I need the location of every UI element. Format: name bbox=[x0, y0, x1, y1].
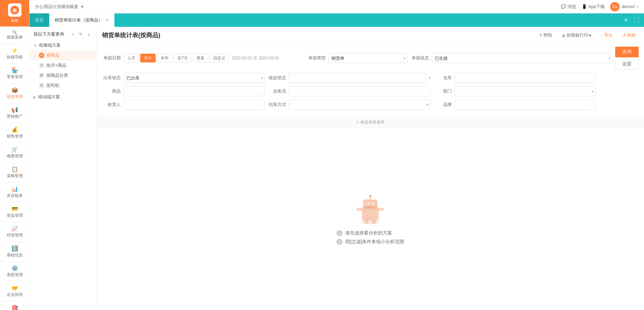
search-menu-item[interactable]: 🔍 搜索菜单 bbox=[0, 27, 29, 44]
mobile-scheme-group: ▶ 移动端方案 bbox=[30, 92, 96, 102]
sidebar-item-ecommerce[interactable]: 🛒 电商管理 bbox=[0, 143, 29, 163]
sidebar-item-basic[interactable]: ℹ️ 基础信息 bbox=[0, 242, 29, 262]
sidebar-item-inventory[interactable]: 📊 库存核算 bbox=[0, 183, 29, 202]
receiver-filter-label: 收货人 bbox=[102, 102, 121, 108]
ecommerce-label: 电商管理 bbox=[7, 153, 23, 159]
product-more-icon: ... bbox=[258, 89, 262, 94]
empty-state: 1 请先选择要分析的方案 2 用[过滤]条件来缩小分析范围 bbox=[97, 127, 644, 310]
sidebar-item-newbie[interactable]: 🎯 新手引导 bbox=[0, 301, 29, 310]
basic-icon: ℹ️ bbox=[11, 245, 18, 252]
by-cabinet-icon: 司 bbox=[39, 83, 44, 88]
collapse-panel-btn[interactable]: « bbox=[86, 31, 92, 38]
department-select[interactable] bbox=[454, 86, 596, 96]
workspace-selector[interactable]: 办公用品行业模拟账套 ▾ bbox=[35, 4, 84, 10]
sidebar-item-quick-nav[interactable]: ⚡ 快捷导航 bbox=[0, 44, 29, 64]
user-dropdown-icon: ▾ bbox=[637, 5, 639, 8]
sidebar-item-finance[interactable]: 💳 资金管理 bbox=[0, 202, 29, 222]
svg-rect-12 bbox=[372, 219, 376, 224]
scheme-item-by-cabinet[interactable]: 司 按司机 bbox=[30, 81, 96, 91]
sidebar-item-purchase[interactable]: 📋 采购管理 bbox=[0, 163, 29, 183]
salesperson-filter-item: 业务员 ... bbox=[267, 86, 430, 96]
quick-nav-icon: ⚡ bbox=[11, 47, 18, 54]
edit-scheme-btn[interactable]: ✎ bbox=[77, 31, 84, 38]
by-product-icon: 按 bbox=[39, 53, 44, 58]
salesperson-input[interactable]: ... bbox=[289, 86, 430, 96]
help-btn[interactable]: ? 帮助 bbox=[537, 31, 554, 40]
settlement-select[interactable] bbox=[289, 100, 430, 110]
brand-more-icon: ... bbox=[589, 102, 593, 107]
tab-close-window-btn[interactable]: ✕ bbox=[621, 15, 631, 25]
pc-group-title[interactable]: ▼ 电脑端方案 bbox=[30, 40, 96, 50]
sidebar-item-enterprise[interactable]: 🤝 企业协同 bbox=[0, 281, 29, 301]
sidebar-item-operation[interactable]: 📈 经营管理 bbox=[0, 222, 29, 242]
pc-group-arrow-icon: ▼ bbox=[34, 44, 37, 47]
product-input[interactable]: ... bbox=[123, 86, 265, 96]
search-label: 搜索菜单 bbox=[7, 35, 23, 40]
settings-btn[interactable]: 设置 bbox=[615, 59, 639, 69]
avatar: Ea bbox=[610, 2, 620, 11]
type-select-wrap: 销货单 ▾ bbox=[328, 53, 408, 63]
status-select[interactable]: 已生效 bbox=[432, 53, 612, 63]
settlement-filter-item: 结算方式 ▾ bbox=[267, 100, 430, 110]
salesperson-filter-label: 业务员 bbox=[267, 88, 286, 94]
by-month-product-icon: 月 bbox=[39, 63, 44, 68]
svg-rect-11 bbox=[365, 219, 369, 224]
brand-input[interactable]: ... bbox=[454, 100, 596, 110]
tip-num-2: 2 bbox=[336, 239, 342, 245]
export-btn[interactable]: ↑ 导出 bbox=[598, 31, 616, 40]
sidebar-item-retail[interactable]: 🏪 零售管理 bbox=[0, 64, 29, 84]
date-btn-7days[interactable]: 近7天 bbox=[174, 54, 192, 62]
settlement-select-wrap: ▾ bbox=[289, 100, 430, 110]
print-btn[interactable]: 🖨 按模板打印 ▾ bbox=[559, 31, 594, 40]
outbound-select[interactable]: 已出库 bbox=[123, 73, 265, 83]
page-title-actions: ? 帮助 🖨 按模板打印 ▾ ↑ 导出 ↺ 刷新 bbox=[537, 31, 639, 40]
user-avatar-btn[interactable]: Ea demo2 ▾ bbox=[610, 2, 639, 11]
scheme-item-by-category[interactable]: 类 按商品分类 bbox=[30, 70, 96, 81]
stats-tab-label: 销货单统计表（按商品） bbox=[55, 17, 103, 23]
mobile-group-label: 移动端方案 bbox=[38, 94, 60, 100]
app-download-icon: 📱 bbox=[582, 4, 587, 9]
filter-row-1: 单据日期 上月 本月 本年 近7天 更多 自定义 2023-03-01 至 20… bbox=[102, 47, 639, 69]
status-select-wrap: 已生效 ▾ bbox=[432, 53, 612, 63]
scheme-item-by-month-product[interactable]: 月 按月+商品 bbox=[30, 60, 96, 70]
date-btn-last-month[interactable]: 上月 bbox=[123, 54, 139, 62]
date-btn-custom[interactable]: 自定义 bbox=[210, 54, 229, 62]
mobile-group-title[interactable]: ▶ 移动端方案 bbox=[30, 92, 96, 102]
finance-icon: 💳 bbox=[11, 206, 18, 212]
collapse-bar[interactable]: ∧ 收起更多条件 bbox=[97, 117, 644, 127]
top-header: 办公用品行业模拟账套 ▾ 💬 消息 📱 App下载 Ea demo2 ▾ bbox=[30, 0, 644, 13]
left-panel-actions: ＋ ✎ « bbox=[69, 31, 92, 38]
tab-maximize-btn[interactable]: ⛶ bbox=[632, 15, 641, 25]
workspace-dropdown-icon: ▾ bbox=[81, 4, 84, 9]
payment-input[interactable]: ... bbox=[289, 73, 426, 83]
left-panel-title: 按以下方案查询 bbox=[34, 31, 64, 37]
by-cabinet-label: 按司机 bbox=[46, 83, 59, 89]
payment-filter-item: 收款状态 ... ▾ bbox=[267, 73, 430, 83]
app-download-btn[interactable]: 📱 App下载 bbox=[582, 4, 605, 10]
workspace-name: 办公用品行业模拟账套 bbox=[35, 4, 78, 10]
tab-home[interactable]: 首页 bbox=[30, 13, 49, 27]
sidebar-item-sales[interactable]: 💰 销售管理 bbox=[0, 123, 29, 143]
tab-stats[interactable]: 销货单统计表（按商品） ✕ bbox=[49, 13, 114, 27]
add-scheme-btn[interactable]: ＋ bbox=[69, 31, 76, 38]
sidebar-item-wholesale[interactable]: 📦 批发管理 bbox=[0, 84, 29, 103]
refresh-btn[interactable]: ↺ 刷新 bbox=[620, 31, 639, 40]
date-btn-this-year[interactable]: 本年 bbox=[157, 54, 172, 62]
sidebar-item-marketing[interactable]: 📢 营销推广 bbox=[0, 103, 29, 123]
sidebar-item-system[interactable]: ⚙️ 系统管理 bbox=[0, 262, 29, 281]
type-select[interactable]: 销货单 bbox=[328, 53, 408, 63]
tip-item-1: 1 请先选择要分析的方案 bbox=[336, 230, 404, 236]
message-btn[interactable]: 💬 消息 bbox=[561, 4, 576, 10]
svg-rect-8 bbox=[373, 203, 374, 204]
department-filter-item: 部门 ▾ bbox=[433, 86, 596, 96]
receiver-input[interactable]: ... bbox=[123, 100, 265, 110]
product-filter-item: 商品 ... bbox=[102, 86, 265, 96]
warehouse-input[interactable]: ... bbox=[454, 73, 596, 83]
app-logo[interactable]: 畅 标账 bbox=[0, 0, 29, 27]
tab-close-icon[interactable]: ✕ bbox=[105, 18, 109, 22]
filter-row-3: 商品 ... 业务员 ... 部门 bbox=[102, 86, 639, 96]
query-btn[interactable]: 查询 bbox=[615, 47, 639, 57]
scheme-item-by-product[interactable]: 按 按商品 bbox=[30, 50, 96, 60]
date-btn-more[interactable]: 更多 bbox=[193, 54, 208, 62]
date-btn-this-month[interactable]: 本月 bbox=[140, 54, 156, 62]
